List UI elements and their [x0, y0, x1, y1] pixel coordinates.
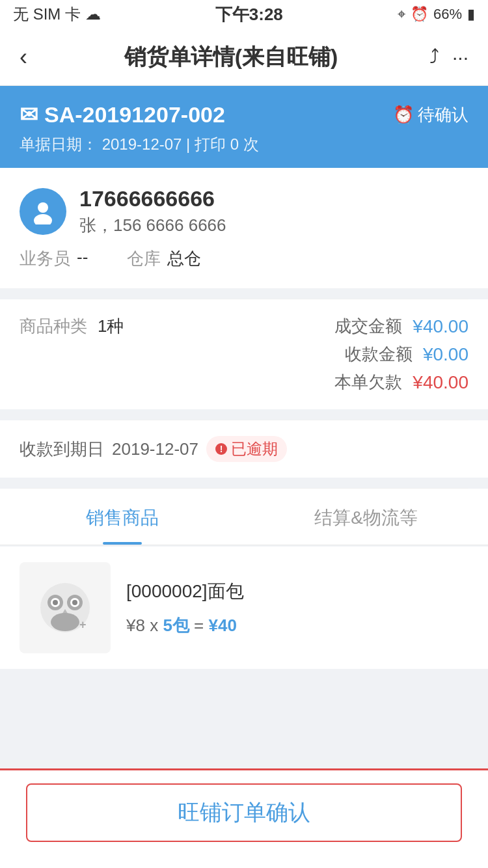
product-type-label: 商品种类	[20, 315, 87, 338]
warehouse-field: 仓库 总仓	[127, 247, 201, 270]
deal-amount-row: 成交金额 ¥40.00	[334, 315, 468, 338]
received-amount-label: 收款金额	[345, 343, 413, 366]
page-title: 销货单详情(来自旺铺)	[59, 42, 403, 72]
product-qty: 5包	[163, 616, 189, 635]
status-bar: 无 SIM 卡 ☁ 下午3:28 ⌖ ⏰ 66% ▮	[0, 0, 488, 29]
order-date: 单据日期： 2019-12-07 | 打印 0 次	[20, 134, 468, 155]
owed-amount-value: ¥40.00	[413, 372, 468, 393]
product-type-value: 1种	[98, 315, 124, 338]
svg-point-8	[72, 600, 77, 605]
salesperson-value: --	[77, 247, 88, 270]
tabs-container: 销售商品 结算&物流等	[0, 489, 488, 545]
svg-point-0	[38, 202, 48, 213]
product-image: +	[20, 562, 111, 653]
deal-amount-label: 成交金额	[334, 315, 402, 338]
avatar	[20, 188, 66, 235]
salesperson-label: 业务员	[20, 247, 70, 270]
order-status: ⏰ 待确认	[393, 103, 468, 126]
status-left: 无 SIM 卡 ☁	[13, 4, 101, 25]
product-card: + [0000002]面包 ¥8 x 5包 = ¥40	[0, 547, 488, 669]
svg-text:+: +	[79, 618, 87, 631]
customer-top: 17666666666 张，156 6666 6666	[20, 186, 468, 237]
product-type-field: 商品种类 1种	[20, 315, 124, 338]
svg-point-10	[51, 613, 79, 631]
order-header-top: ✉ SA-20191207-002 ⏰ 待确认	[20, 102, 468, 128]
product-total: ¥40	[208, 616, 236, 635]
status-time: 下午3:28	[215, 3, 283, 26]
confirm-button-container: 旺铺订单确认	[0, 768, 488, 868]
status-text: 待确认	[418, 103, 468, 126]
nav-actions: ⤴ ···	[403, 46, 468, 68]
more-icon[interactable]: ···	[452, 46, 468, 68]
salesperson-field: 业务员 --	[20, 247, 88, 270]
product-name: [0000002]面包	[126, 579, 468, 604]
customer-name: 张，156 6666 6666	[79, 214, 226, 237]
nav-bar: ‹ 销货单详情(来自旺铺) ⤴ ···	[0, 29, 488, 86]
due-date-card: 收款到期日 2019-12-07 ! 已逾期	[0, 420, 488, 478]
order-id-icon: ✉	[20, 102, 38, 128]
confirm-order-button[interactable]: 旺铺订单确认	[26, 783, 462, 842]
summary-right: 成交金额 ¥40.00 收款金额 ¥0.00 本单欠款 ¥40.00	[334, 315, 468, 394]
customer-card: 17666666666 张，156 6666 6666 业务员 -- 仓库 总仓	[0, 168, 488, 288]
tab-products[interactable]: 销售商品	[0, 489, 244, 545]
order-id-text: SA-20191207-002	[44, 102, 225, 128]
due-date-label: 收款到期日	[20, 438, 104, 461]
due-date-value: 2019-12-07	[112, 439, 198, 459]
sim-status: 无 SIM 卡 ☁	[13, 4, 101, 25]
status-clock-icon: ⏰	[393, 105, 414, 125]
user-icon	[30, 198, 56, 224]
warehouse-value: 总仓	[167, 247, 201, 270]
overdue-icon: !	[215, 443, 227, 455]
summary-left: 商品种类 1种	[20, 315, 124, 338]
location-icon: ⌖	[398, 6, 405, 23]
battery-icon: ▮	[467, 6, 475, 23]
battery-text: 66%	[433, 6, 462, 23]
product-price: ¥8 x 5包 = ¥40	[126, 614, 468, 637]
equals-text: =	[189, 616, 209, 635]
alarm-icon: ⏰	[411, 6, 428, 23]
warehouse-label: 仓库	[127, 247, 161, 270]
received-amount-row: 收款金额 ¥0.00	[334, 343, 468, 366]
deal-amount-value: ¥40.00	[413, 316, 468, 337]
owed-amount-row: 本单欠款 ¥40.00	[334, 371, 468, 394]
tab-settlement[interactable]: 结算&物流等	[244, 489, 488, 545]
customer-phone: 17666666666	[79, 186, 226, 211]
customer-meta: 业务员 -- 仓库 总仓	[20, 247, 468, 270]
order-header: ✉ SA-20191207-002 ⏰ 待确认 单据日期： 2019-12-07…	[0, 86, 488, 168]
svg-point-7	[53, 600, 58, 605]
received-amount-value: ¥0.00	[423, 344, 468, 365]
order-id: ✉ SA-20191207-002	[20, 102, 225, 128]
svg-point-1	[34, 214, 52, 224]
product-info: [0000002]面包 ¥8 x 5包 = ¥40	[126, 579, 468, 637]
owed-amount-label: 本单欠款	[334, 371, 402, 394]
back-button[interactable]: ‹	[20, 44, 59, 71]
summary-card: 商品种类 1种 成交金额 ¥40.00 收款金额 ¥0.00 本单欠款 ¥40.…	[0, 299, 488, 409]
share-icon[interactable]: ⤴	[429, 46, 439, 68]
price-text: ¥8 x	[126, 616, 163, 635]
overdue-text: 已逾期	[231, 439, 278, 459]
status-right: ⌖ ⏰ 66% ▮	[398, 6, 475, 23]
product-thumbnail: +	[33, 582, 98, 634]
overdue-badge: ! 已逾期	[206, 436, 287, 462]
customer-info: 17666666666 张，156 6666 6666	[79, 186, 226, 237]
